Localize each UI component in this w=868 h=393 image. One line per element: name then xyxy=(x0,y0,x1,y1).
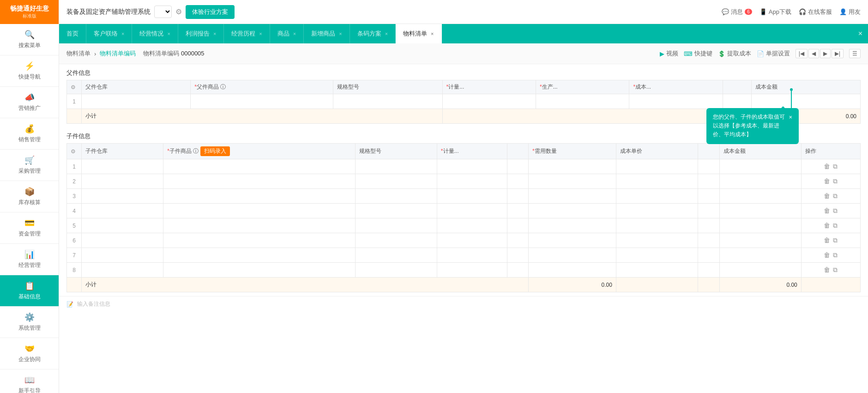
delete-icon-8[interactable]: 🗑 xyxy=(824,266,830,274)
th-gear-parent[interactable]: ⚙ xyxy=(67,80,82,94)
child-product-4[interactable] xyxy=(163,204,355,218)
child-spec-8[interactable] xyxy=(355,263,437,278)
scan-input-btn[interactable]: 扫码录入 xyxy=(200,146,230,156)
child-qty-5[interactable] xyxy=(529,218,616,233)
tab-close-7[interactable]: × xyxy=(385,31,388,36)
copy-icon-3[interactable]: ⧉ xyxy=(833,192,838,200)
child-qty-4[interactable] xyxy=(529,204,616,218)
child-unitcost-1[interactable] xyxy=(616,159,698,174)
child-qty-1[interactable] xyxy=(529,159,616,174)
child-warehouse-1[interactable] xyxy=(82,159,163,174)
nav-tab-7[interactable]: 条码方案× xyxy=(350,24,396,43)
first-page-btn[interactable]: |◀ xyxy=(796,49,808,58)
parent-spec-1[interactable] xyxy=(333,94,442,109)
last-page-btn[interactable]: ▶| xyxy=(832,49,844,58)
child-spec-4[interactable] xyxy=(355,204,437,218)
child-unit-7[interactable] xyxy=(437,248,507,263)
copy-icon-7[interactable]: ⧉ xyxy=(833,251,838,259)
child-unit-8[interactable] xyxy=(437,263,507,278)
child-product-1[interactable] xyxy=(163,159,355,174)
child-spec-5[interactable] xyxy=(355,218,437,233)
prev-page-btn[interactable]: ◀ xyxy=(808,49,819,58)
copy-icon-1[interactable]: ⧉ xyxy=(833,163,838,170)
child-spec-1[interactable] xyxy=(355,159,437,174)
tab-close-1[interactable]: × xyxy=(121,31,124,36)
parent-prod-1[interactable] xyxy=(536,94,629,109)
child-unitcost-2[interactable] xyxy=(616,174,698,189)
parent-warehouse-1[interactable] xyxy=(82,94,191,109)
nav-tab-0[interactable]: 首页 xyxy=(59,24,86,43)
child-unitcost-4[interactable] xyxy=(616,204,698,218)
tab-close-6[interactable]: × xyxy=(339,31,342,36)
child-qty-8[interactable] xyxy=(529,263,616,278)
child-unitcost-5[interactable] xyxy=(616,218,698,233)
tab-close-8[interactable]: × xyxy=(431,31,434,36)
tab-close-5[interactable]: × xyxy=(293,31,296,36)
child-spec-7[interactable] xyxy=(355,248,437,263)
note-placeholder[interactable]: 输入备注信息 xyxy=(77,300,110,308)
child-unitcost-7[interactable] xyxy=(616,248,698,263)
child-warehouse-6[interactable] xyxy=(82,233,163,248)
delete-icon-6[interactable]: 🗑 xyxy=(824,236,830,244)
sidebar-item-collab[interactable]: 🤝企业协同 xyxy=(0,338,59,369)
online-service-item[interactable]: 🎧 在线客服 xyxy=(799,8,832,16)
tab-close-3[interactable]: × xyxy=(213,31,216,36)
child-unit-6[interactable] xyxy=(437,233,507,248)
sidebar-item-finance[interactable]: 💳资金管理 xyxy=(0,212,59,244)
child-product-5[interactable] xyxy=(163,218,355,233)
child-unit-1[interactable] xyxy=(437,159,507,174)
cost-action[interactable]: 💲 提取成本 xyxy=(718,49,751,58)
header-dropdown[interactable] xyxy=(154,6,172,18)
user-item[interactable]: 👤 用友 xyxy=(839,8,861,16)
tooltip-close-btn[interactable]: × xyxy=(789,113,792,122)
nav-tab-1[interactable]: 客户联络× xyxy=(86,24,132,43)
delete-icon-7[interactable]: 🗑 xyxy=(824,251,830,259)
parent-cost-1[interactable] xyxy=(629,94,723,109)
child-unit-5[interactable] xyxy=(437,218,507,233)
delete-icon-5[interactable]: 🗑 xyxy=(824,222,830,230)
copy-icon-5[interactable]: ⧉ xyxy=(833,222,838,230)
sidebar-item-ops[interactable]: 📊经营管理 xyxy=(0,244,59,275)
child-spec-2[interactable] xyxy=(355,174,437,189)
child-warehouse-2[interactable] xyxy=(82,174,163,189)
nav-tab-3[interactable]: 利润报告× xyxy=(178,24,224,43)
copy-icon-6[interactable]: ⧉ xyxy=(833,236,838,244)
child-unitcost-8[interactable] xyxy=(616,263,698,278)
child-spec-3[interactable] xyxy=(355,189,437,204)
app-download-item[interactable]: 📱 App下载 xyxy=(760,8,791,16)
sidebar-item-inventory[interactable]: 📦库存核算 xyxy=(0,181,59,212)
child-qty-6[interactable] xyxy=(529,233,616,248)
close-all-tabs[interactable]: × xyxy=(853,30,868,38)
child-product-3[interactable] xyxy=(163,189,355,204)
child-unitcost-6[interactable] xyxy=(616,233,698,248)
shortcut-action[interactable]: ⌨ 快捷键 xyxy=(684,49,712,58)
tab-close-2[interactable]: × xyxy=(167,31,170,36)
child-product-8[interactable] xyxy=(163,263,355,278)
child-unit-4[interactable] xyxy=(437,204,507,218)
nav-tab-6[interactable]: 新增商品× xyxy=(304,24,350,43)
sidebar-item-promo[interactable]: 📣营销推广 xyxy=(0,87,59,118)
child-spec-6[interactable] xyxy=(355,233,437,248)
child-qty-7[interactable] xyxy=(529,248,616,263)
child-qty-2[interactable] xyxy=(529,174,616,189)
delete-icon-4[interactable]: 🗑 xyxy=(824,207,830,215)
sidebar-item-purchase[interactable]: 🛒采购管理 xyxy=(0,150,59,181)
child-warehouse-3[interactable] xyxy=(82,189,163,204)
child-unit-3[interactable] xyxy=(437,189,507,204)
message-item[interactable]: 💬 消息 6 xyxy=(722,8,752,16)
next-page-btn[interactable]: ▶ xyxy=(820,49,831,58)
nav-tab-2[interactable]: 经营情况× xyxy=(132,24,178,43)
copy-icon-2[interactable]: ⧉ xyxy=(833,177,838,185)
child-unit-2[interactable] xyxy=(437,174,507,189)
child-unitcost-3[interactable] xyxy=(616,189,698,204)
copy-icon-8[interactable]: ⧉ xyxy=(833,266,838,274)
sidebar-item-basic[interactable]: 📋基础信息 xyxy=(0,275,59,307)
breadcrumb-parent[interactable]: 物料清单 xyxy=(66,49,90,58)
th-gear-child[interactable]: ⚙ xyxy=(67,144,82,159)
sidebar-item-guide[interactable]: 📖新手引导 xyxy=(0,369,59,393)
child-product-7[interactable] xyxy=(163,248,355,263)
delete-icon-3[interactable]: 🗑 xyxy=(824,192,830,200)
settings-icon[interactable]: ⚙ xyxy=(175,7,182,16)
parent-product-1[interactable] xyxy=(191,94,333,109)
nav-tab-5[interactable]: 商品× xyxy=(270,24,304,43)
